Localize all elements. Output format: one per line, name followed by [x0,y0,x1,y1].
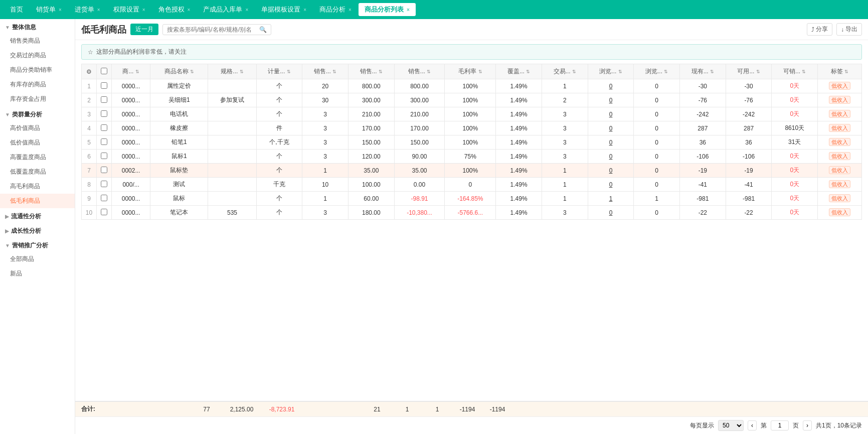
row-checkbox[interactable] [101,195,107,201]
sales-qty-cell: 20 [302,79,349,93]
checkbox-cell[interactable] [97,178,112,192]
sidebar-item-low-coverage[interactable]: 低覆盖度商品 [0,165,75,179]
coverage-cell: 1.49% [496,192,542,206]
close-icon[interactable]: × [349,7,352,13]
sidebar-item-all-products[interactable]: 全部商品 [0,252,75,266]
sidebar-group-overall[interactable]: ▼ 整体信息 [0,19,75,34]
close-icon[interactable]: × [142,7,145,13]
row-checkbox[interactable] [101,82,107,89]
per-page-select[interactable]: 50 100 200 [718,420,744,431]
nav-product-analysis[interactable]: 商品分析 × [313,3,358,16]
row-checkbox[interactable] [101,124,107,131]
nav-product-inbound[interactable]: 产成品入库单 × [197,3,254,16]
unit-cell: 个 [256,107,302,121]
name-cell: 测试 [150,178,208,192]
row-checkbox[interactable] [101,138,107,145]
tag-cell: 低收入 [818,79,862,93]
sidebar-item-high-value[interactable]: 高价值商品 [0,121,75,135]
sales-amount-cell: 170.00 [348,121,394,135]
sidebar-item-new-products[interactable]: 新品 [0,266,75,281]
nav-product-analysis-list[interactable]: 商品分析列表 × [359,3,416,16]
page-number-input[interactable] [771,420,789,430]
sidebar-item-inventory-capital[interactable]: 库存资金占用 [0,92,75,106]
tag-cell: 低收入 [818,164,862,178]
select-all-checkbox[interactable] [101,68,107,74]
sellable-cell: 0天 [772,79,818,93]
tag-cell: 低收入 [818,178,862,192]
sellable-cell: 0天 [772,93,818,107]
checkbox-cell[interactable] [97,93,112,107]
row-checkbox[interactable] [101,209,107,215]
checkbox-cell[interactable] [97,107,112,121]
checkbox-cell[interactable] [97,135,112,150]
export-button[interactable]: ↓ 导出 [836,23,862,36]
col-sales-amount: 销售... ⇅ [348,64,394,79]
name-cell: 橡皮擦 [150,121,208,135]
chevron-right-icon: ▶ [5,214,9,219]
sidebar-item-category-sales[interactable]: 商品分类助销率 [0,63,75,77]
row-checkbox[interactable] [101,96,107,103]
main-content: 低毛利商品 近一月 🔍 ⤴ 分享 ↓ 导出 ☆ 这部分商品的利润非常低，请关注 [75,19,868,434]
close-icon[interactable]: × [188,7,191,13]
transactions-cell: 2 [542,93,588,107]
checkbox-col-header[interactable] [97,64,112,79]
sidebar-group-growth[interactable]: ▶ 成长性分析 [0,223,75,237]
spec-cell [208,135,256,150]
nav-permissions[interactable]: 权限设置 × [107,3,151,16]
checkbox-cell[interactable] [97,79,112,93]
nav-sales-order[interactable]: 销货单 × [30,3,68,16]
sales-amount-cell: 100.00 [348,178,394,192]
nav-home[interactable]: 首页 [4,3,29,16]
close-icon[interactable]: × [303,7,306,13]
checkbox-cell[interactable] [97,150,112,164]
sidebar-item-low-margin[interactable]: 低毛利商品 [0,194,75,208]
prev-page-button[interactable]: ‹ [748,420,757,430]
name-cell: 鼠标1 [150,150,208,164]
current-stock-cell: -76 [680,93,726,107]
sidebar-item-high-coverage[interactable]: 高覆盖度商品 [0,150,75,165]
row-checkbox[interactable] [101,110,107,117]
views1-cell: 0 [588,93,634,107]
sales-profit-cell: 210.00 [394,107,445,121]
row-checkbox[interactable] [101,153,107,159]
total-info: 共1页，10条记录 [816,421,862,430]
checkbox-cell[interactable] [97,206,112,220]
close-icon[interactable]: × [97,7,100,13]
sidebar-item-sales-products[interactable]: 销售类商品 [0,34,75,48]
row-checkbox[interactable] [101,167,107,173]
sidebar-item-stocked[interactable]: 有库存的商品 [0,77,75,92]
sidebar-item-traded-products[interactable]: 交易过的商品 [0,48,75,63]
table-row: 9 0000... 鼠标 个 1 60.00 -98.91 -164.85% 1… [82,192,862,206]
data-table: ⚙ 商... ⇅ 商品名称 ⇅ 规格... ⇅ 计量... ⇅ 销售... ⇅ … [81,64,862,220]
share-icon: ⤴ [811,26,814,33]
search-icon[interactable]: 🔍 [259,26,267,33]
close-icon[interactable]: × [59,7,62,13]
period-button[interactable]: 近一月 [130,24,158,35]
settings-col-header[interactable]: ⚙ [82,64,97,79]
close-icon[interactable]: × [245,7,248,13]
nav-template-settings[interactable]: 单据模板设置 × [255,3,312,16]
sellable-cell: 8610天 [772,121,818,135]
sidebar-item-high-margin[interactable]: 高毛利商品 [0,179,75,194]
checkbox-cell[interactable] [97,121,112,135]
sales-profit-cell: 90.00 [394,150,445,164]
nav-role-auth[interactable]: 角色授权 × [152,3,197,16]
available-cell: 36 [726,135,772,150]
next-page-button[interactable]: › [803,420,812,430]
checkbox-cell[interactable] [97,192,112,206]
sales-qty-cell: 10 [302,178,349,192]
search-input[interactable] [167,26,257,33]
sidebar-item-low-value[interactable]: 低价值商品 [0,135,75,150]
totals-transactions: 21 [362,406,392,413]
sidebar-group-cluster[interactable]: ▼ 类群量分析 [0,106,75,121]
nav-purchase-order[interactable]: 进货单 × [69,3,106,16]
share-button[interactable]: ⤴ 分享 [807,23,832,36]
checkbox-cell[interactable] [97,164,112,178]
col-available: 可用... ⇅ [726,64,772,79]
transactions-cell: 1 [542,164,588,178]
row-checkbox[interactable] [101,181,107,187]
sidebar-group-marketing[interactable]: ▼ 营销推广分析 [0,237,75,252]
sidebar-group-liquidity[interactable]: ▶ 流通性分析 [0,208,75,223]
close-icon[interactable]: × [407,7,410,13]
current-stock-cell: -106 [680,150,726,164]
